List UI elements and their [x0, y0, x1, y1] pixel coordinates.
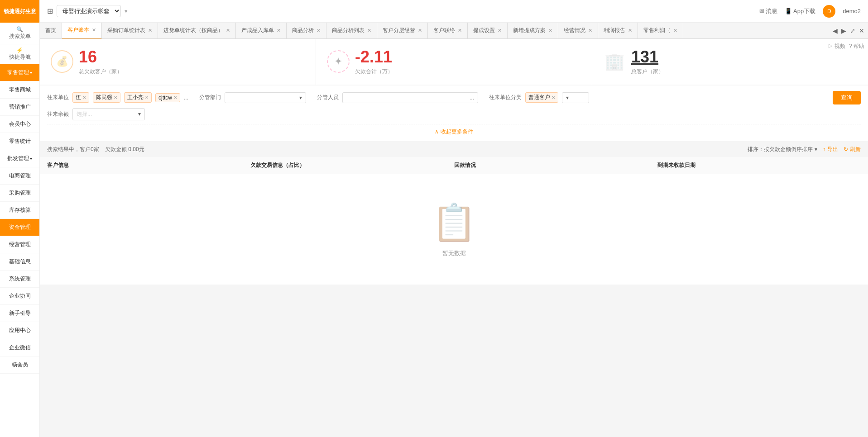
- chevron-down-icon: ▾: [815, 146, 817, 152]
- remove-tag-wang[interactable]: ✕: [145, 95, 149, 100]
- filter-tag-cjttcw[interactable]: cjttcw ✕: [155, 93, 180, 102]
- tab-close-icon[interactable]: ✕: [673, 28, 677, 33]
- user-avatar[interactable]: D: [823, 5, 835, 18]
- stat-help-buttons: ▷ 视频 ? 帮助: [828, 43, 864, 50]
- search-icon: 🔍: [16, 26, 23, 33]
- tab-close-icon[interactable]: ✕: [148, 28, 152, 33]
- results-right: 排序：按欠款金额倒序排序 ▾ ↑ 导出 ↻ 刷新: [748, 146, 861, 153]
- tab-home[interactable]: 首页: [40, 23, 62, 39]
- tab-close-icon[interactable]: ✕: [367, 28, 371, 33]
- sidebar-item-marketing[interactable]: 营销推广: [0, 99, 39, 116]
- refresh-button[interactable]: ↻ 刷新: [844, 146, 861, 153]
- sidebar-item-app-center[interactable]: 应用中心: [0, 322, 39, 339]
- account-selector[interactable]: 母婴行业演示帐套: [57, 5, 121, 17]
- tab-bar: 首页 客户账本 ✕ 采购订单统计表 ✕ 进货单统计表（按商品） ✕ 产成品入库单…: [40, 23, 868, 39]
- sidebar-item-enterprise[interactable]: 企业协同: [0, 288, 39, 305]
- tab-close-icon[interactable]: ✕: [226, 28, 230, 33]
- tab-close-icon[interactable]: ✕: [92, 27, 96, 33]
- tab-scroll-right-icon[interactable]: ▶: [839, 27, 848, 34]
- tab-business-overview[interactable]: 经营情况 ✕: [558, 23, 598, 39]
- sidebar-search[interactable]: 🔍 搜索菜单: [0, 23, 39, 44]
- collapse-button[interactable]: ∧ 收起更多条件: [47, 128, 861, 136]
- tab-close-icon[interactable]: ✕: [317, 28, 321, 33]
- sidebar-item-basic-info[interactable]: 基础信息: [0, 253, 39, 271]
- help-button[interactable]: ? 帮助: [849, 43, 864, 50]
- stat-label-customers: 总欠款客户（家）: [79, 68, 122, 76]
- sidebar-item-member-center[interactable]: 会员中心: [0, 116, 39, 133]
- collapse-icon: ∧: [435, 128, 439, 135]
- tab-customer-ledger[interactable]: 客户账本 ✕: [62, 23, 102, 39]
- tab-close-icon[interactable]: ✕: [498, 28, 502, 33]
- tab-close-icon[interactable]: ✕: [458, 28, 462, 33]
- filter-tag-wu[interactable]: 伍 ✕: [72, 92, 89, 103]
- sidebar-item-enterprise-wechat[interactable]: 企业微信: [0, 339, 39, 356]
- remove-tag-chen[interactable]: ✕: [114, 95, 117, 100]
- dept-filter-select[interactable]: ▾: [225, 92, 306, 103]
- sidebar-item-operations[interactable]: 经营管理: [0, 236, 39, 253]
- app-download-button[interactable]: 📱 App下载: [785, 7, 815, 15]
- tab-close-icon[interactable]: ✕: [548, 28, 552, 33]
- tab-customer-contact[interactable]: 客户联络 ✕: [428, 23, 468, 39]
- tab-finished-goods[interactable]: 产成品入库单 ✕: [236, 23, 287, 39]
- sidebar-item-purchase-mgmt[interactable]: 采购管理: [0, 185, 39, 202]
- tab-commission-settings[interactable]: 提成设置 ✕: [468, 23, 508, 39]
- tab-add-commission[interactable]: 新增提成方案 ✕: [508, 23, 558, 39]
- tab-customer-tier[interactable]: 客户分层经营 ✕: [377, 23, 428, 39]
- sidebar-quick-nav[interactable]: ⚡ 快捷导航: [0, 44, 39, 64]
- filter-tag-wang[interactable]: 王小亮 ✕: [124, 92, 152, 103]
- chevron-down-icon: ▾: [30, 70, 32, 75]
- remove-tag-wu[interactable]: ✕: [82, 95, 86, 100]
- person-filter-input[interactable]: ...: [342, 92, 478, 103]
- tab-profit-report[interactable]: 利润报告 ✕: [598, 23, 638, 39]
- sort-selector[interactable]: 排序：按欠款金额倒序排序 ▾: [748, 146, 817, 153]
- sidebar-item-inventory[interactable]: 库存核算: [0, 202, 39, 219]
- person-filter-label: 分管人员: [317, 94, 339, 101]
- dept-filter-label: 分管部门: [199, 94, 221, 101]
- sidebar-item-newbie[interactable]: 新手引导: [0, 305, 39, 322]
- sidebar-item-retail-mgmt[interactable]: 零售管理 ▾: [0, 64, 39, 81]
- lightning-icon: ⚡: [16, 47, 23, 53]
- sidebar-item-retail-mall[interactable]: 零售商城: [0, 81, 39, 99]
- video-help-button[interactable]: ▷ 视频: [828, 43, 845, 50]
- filter-more-button[interactable]: ...: [184, 95, 188, 101]
- col-header-due-date: 到期未收款日期: [657, 162, 861, 169]
- tab-close-icon[interactable]: ✕: [628, 28, 632, 33]
- main-area: ⊞ 母婴行业演示帐套 ▾ ✉ 消息 📱 App下载 D demo2 首页 客户账…: [40, 0, 868, 437]
- tab-purchase-stats-product[interactable]: 进货单统计表（按商品） ✕: [158, 23, 236, 39]
- sidebar-item-ecommerce[interactable]: 电商管理: [0, 167, 39, 185]
- results-bar: 搜索结果中，客户0家 欠款金额 0.00元 排序：按欠款金额倒序排序 ▾ ↑ 导…: [40, 142, 868, 157]
- tab-product-analysis[interactable]: 商品分析 ✕: [287, 23, 326, 39]
- remove-category-tag[interactable]: ✕: [551, 95, 555, 100]
- category-select[interactable]: ▾: [562, 92, 589, 103]
- tab-close-all-icon[interactable]: ✕: [857, 27, 866, 34]
- filter-row-1: 往来单位 伍 ✕ 陈民强 ✕ 王小亮 ✕ cjttcw ✕ ...: [47, 91, 861, 104]
- balance-select[interactable]: 选择... ▾: [72, 108, 145, 120]
- query-button[interactable]: 查询: [833, 91, 861, 104]
- top-header: ⊞ 母婴行业演示帐套 ▾ ✉ 消息 📱 App下载 D demo2: [40, 0, 868, 23]
- filter-row-2: 往来余额 选择... ▾: [47, 108, 861, 120]
- messages-button[interactable]: ✉ 消息: [759, 7, 778, 15]
- sidebar-item-vip-member[interactable]: 畅会员: [0, 356, 39, 374]
- tab-product-analysis-list[interactable]: 商品分析列表 ✕: [326, 23, 377, 39]
- remove-tag-cjttcw[interactable]: ✕: [173, 95, 177, 100]
- export-icon: ↑: [823, 146, 825, 152]
- filter-tag-normal-customer[interactable]: 普通客户 ✕: [525, 92, 558, 103]
- sidebar-item-wholesale-mgmt[interactable]: 批发管理 ▾: [0, 150, 39, 167]
- empty-state: 📋 暂无数据: [40, 174, 868, 285]
- sidebar-item-retail-stats[interactable]: 零售统计: [0, 133, 39, 150]
- tab-retail-profit[interactable]: 零售利润（ ✕: [638, 23, 683, 39]
- tab-close-icon[interactable]: ✕: [277, 28, 281, 33]
- stat-label-total: 总客户（家）: [631, 68, 664, 76]
- tab-close-icon[interactable]: ✕: [418, 28, 422, 33]
- filter-tag-chen[interactable]: 陈民强 ✕: [93, 92, 120, 103]
- export-button[interactable]: ↑ 导出: [823, 146, 838, 153]
- sidebar-item-system[interactable]: 系统管理: [0, 271, 39, 288]
- sidebar-item-finance[interactable]: 资金管理: [0, 219, 39, 236]
- tab-purchase-order-stats[interactable]: 采购订单统计表 ✕: [102, 23, 158, 39]
- content-area: 💰 16 总欠款客户（家） ✦ -2.11 欠款合计（万）: [40, 39, 868, 437]
- person-more[interactable]: ...: [470, 95, 474, 101]
- tab-close-icon[interactable]: ✕: [588, 28, 592, 33]
- tab-scroll-left-icon[interactable]: ◀: [831, 27, 839, 34]
- chevron-down-icon: ▾: [299, 95, 302, 101]
- tab-expand-icon[interactable]: ⤢: [848, 27, 857, 34]
